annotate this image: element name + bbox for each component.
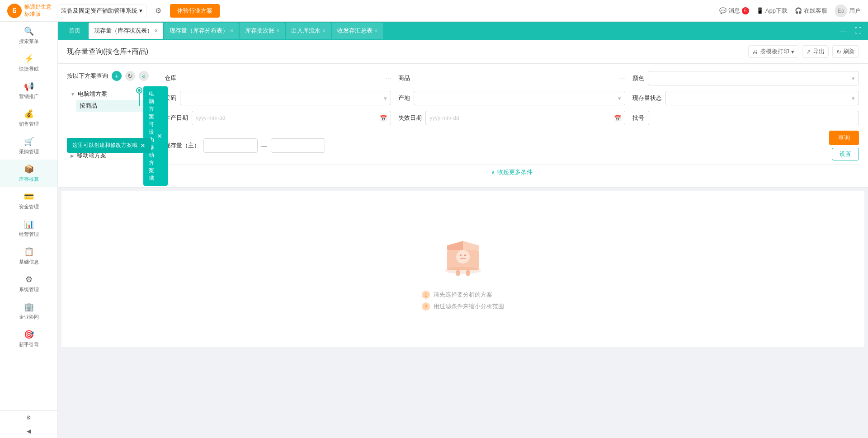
hint-num-2: 2 (422, 302, 430, 311)
filter-goods: 商品 ··· (398, 74, 625, 82)
size-select[interactable]: ▾ (180, 91, 391, 105)
sidebar-item-purchase[interactable]: 🛒 采购管理 (0, 132, 57, 160)
inventory-icon: 📦 (24, 164, 34, 174)
tooltip-dot (137, 88, 142, 93)
sidebar-item-system[interactable]: ⚙ 系统管理 (0, 270, 57, 297)
filter-row-3: 生产日期 yyyy-mm-dd 📅 失效日期 yyyy-mm (165, 111, 859, 125)
sidebar-item-enterprise[interactable]: 🏢 企业协同 (0, 297, 57, 325)
production-date-label: 生产日期 (165, 114, 188, 122)
scheme-panel: 按以下方案查询 + ↻ « (67, 71, 157, 180)
service-icon: 🎧 (795, 7, 802, 14)
sidebar: 🔍 搜索菜单 ⚡ 快捷导航 📢 营销推广 💰 销售管理 🛒 采购管理 📦 (0, 22, 58, 438)
trial-button[interactable]: 体验行业方案 (170, 4, 220, 18)
svg-rect-8 (466, 270, 470, 276)
tab-collapse-btn[interactable]: — (837, 24, 850, 37)
chevron-down-icon: ▾ (791, 48, 794, 55)
system-selector[interactable]: 装备及固定资产辅助管理系统 ▾ (57, 5, 146, 17)
color-select[interactable]: ▾ (648, 71, 859, 85)
sidebar-item-finance[interactable]: 💳 资金管理 (0, 187, 57, 215)
color-label: 颜色 (632, 74, 644, 82)
tooltip2-close[interactable]: ✕ (140, 142, 146, 149)
tab-close-icon[interactable]: × (374, 28, 377, 34)
collapse-icon: ◀ (27, 428, 31, 434)
set-button[interactable]: 设置 (832, 148, 859, 160)
sidebar-collapse-btn[interactable]: ◀ (0, 424, 57, 438)
batch-no-label: 批号 (632, 114, 644, 122)
sidebar-bottom: ⚙ ◀ (0, 410, 57, 438)
tab-close-icon[interactable]: × (155, 28, 158, 34)
query-button[interactable]: 查询 (829, 131, 859, 145)
logo-area: 6 畅通好生意 标准版 (7, 4, 52, 18)
top-bar-right: 💬 消息 6 📱 App下载 🎧 在线客服 Ea 用户 (719, 5, 861, 17)
batch-no-input[interactable] (648, 111, 859, 125)
svg-point-4 (456, 250, 470, 264)
stock-main-min[interactable] (203, 138, 258, 153)
message-badge: 6 (742, 7, 749, 14)
sidebar-item-operations[interactable]: 📊 经营管理 (0, 215, 57, 242)
tooltip1-close[interactable]: ✕ (157, 132, 162, 140)
tab-batch-ledger[interactable]: 库存批次账 × (240, 23, 285, 39)
message-button[interactable]: 💬 消息 6 (719, 7, 749, 15)
back-arrow-icon: « (142, 72, 146, 80)
sidebar-item-basic-info[interactable]: 📋 基础信息 (0, 242, 57, 270)
print-button[interactable]: 🖨 按模板打印 ▾ (748, 45, 798, 58)
tab-close-icon[interactable]: × (276, 28, 279, 34)
refresh-icon: ↻ (127, 72, 133, 80)
download-icon: 📱 (756, 7, 764, 14)
stock-main-max[interactable] (271, 138, 325, 153)
sidebar-item-guide[interactable]: 🎯 新手引导 (0, 325, 57, 353)
app-download-button[interactable]: 📱 App下载 (756, 7, 788, 15)
refresh-scheme-btn[interactable]: ↻ (125, 71, 135, 81)
page-header: 现存量查询(按仓库+商品) 🖨 按模板打印 ▾ ↗ 导出 ↻ (58, 40, 868, 64)
sidebar-item-quick-nav[interactable]: ⚡ 快捷导航 (0, 49, 57, 77)
svg-point-6 (464, 254, 466, 256)
tab-inventory-dist[interactable]: 现存量（库存分布表） × (164, 23, 239, 39)
empty-illustration (436, 227, 490, 282)
tab-home[interactable]: 首页 (61, 22, 88, 40)
filter-production-date: 生产日期 yyyy-mm-dd 📅 (165, 111, 391, 125)
guide-icon: 🎯 (24, 330, 34, 339)
origin-select[interactable]: ▾ (414, 91, 625, 105)
sidebar-settings-btn[interactable]: ⚙ (0, 411, 57, 424)
production-date-input[interactable]: yyyy-mm-dd 📅 (192, 111, 391, 125)
chevron-down-icon: ▾ (139, 7, 142, 14)
online-service-button[interactable]: 🎧 在线客服 (795, 7, 827, 15)
tab-fullscreen-btn[interactable]: ⛶ (852, 24, 864, 37)
tab-inventory-status[interactable]: 现存量（库存状况表） × (89, 23, 163, 39)
enterprise-icon: 🏢 (24, 302, 34, 312)
svg-rect-7 (456, 270, 460, 276)
chevron-down-icon: ▾ (852, 75, 855, 82)
empty-state: 1 请先选择要分析的方案 2 用过滤条件来缩小分析范围 (61, 191, 864, 347)
tab-close-icon[interactable]: × (230, 28, 233, 34)
content-area: 首页 现存量（库存状况表） × 现存量（库存分布表） × 库存批次账 × 出入库… (58, 22, 868, 438)
tab-flow[interactable]: 出入库流水 × (286, 23, 331, 39)
dash: — (261, 142, 267, 149)
empty-hints: 1 请先选择要分析的方案 2 用过滤条件来缩小分析范围 (422, 291, 504, 311)
stock-status-label: 现存量状态 (632, 94, 662, 102)
top-bar-left: 6 畅通好生意 标准版 装备及固定资产辅助管理系统 ▾ ⚙ 体验行业方案 (7, 4, 220, 18)
stock-status-select[interactable]: ▾ (665, 91, 859, 105)
add-scheme-btn[interactable]: + (112, 71, 122, 81)
filter-header: 按以下方案查询 + ↻ « (67, 71, 150, 81)
collapse-btn[interactable]: ∧ 收起更多条件 (165, 164, 859, 180)
tooltip-create-scheme: 这里可以创建和修改方案哦 ✕ (67, 138, 151, 153)
tab-summary[interactable]: 收发存汇总表 × (332, 23, 383, 39)
lightning-icon: ⚡ (24, 54, 34, 64)
sidebar-item-inventory[interactable]: 📦 库存核算 (0, 160, 57, 187)
arrow-icon: ▼ (71, 92, 75, 97)
sidebar-item-marketing[interactable]: 📢 营销推广 (0, 77, 57, 104)
back-scheme-btn[interactable]: « (139, 71, 149, 81)
expiry-date-input[interactable]: yyyy-mm-dd 📅 (425, 111, 625, 125)
filter-fields: 仓库 ··· 商品 ··· 颜色 (165, 71, 859, 180)
plus-icon: + (115, 72, 118, 80)
refresh-button[interactable]: ↻ 刷新 (832, 45, 859, 58)
sidebar-item-search-menu[interactable]: 🔍 搜索菜单 (0, 22, 57, 49)
tab-close-icon[interactable]: × (322, 28, 326, 34)
export-button[interactable]: ↗ 导出 (802, 45, 829, 58)
settings-icon[interactable]: ⚙ (152, 5, 165, 17)
user-area[interactable]: Ea 用户 (835, 5, 861, 17)
sidebar-item-sales[interactable]: 💰 销售管理 (0, 104, 57, 132)
logo-text: 畅通好生意 标准版 (24, 4, 52, 18)
print-icon: 🖨 (752, 48, 758, 55)
hint-num-1: 1 (422, 291, 430, 299)
